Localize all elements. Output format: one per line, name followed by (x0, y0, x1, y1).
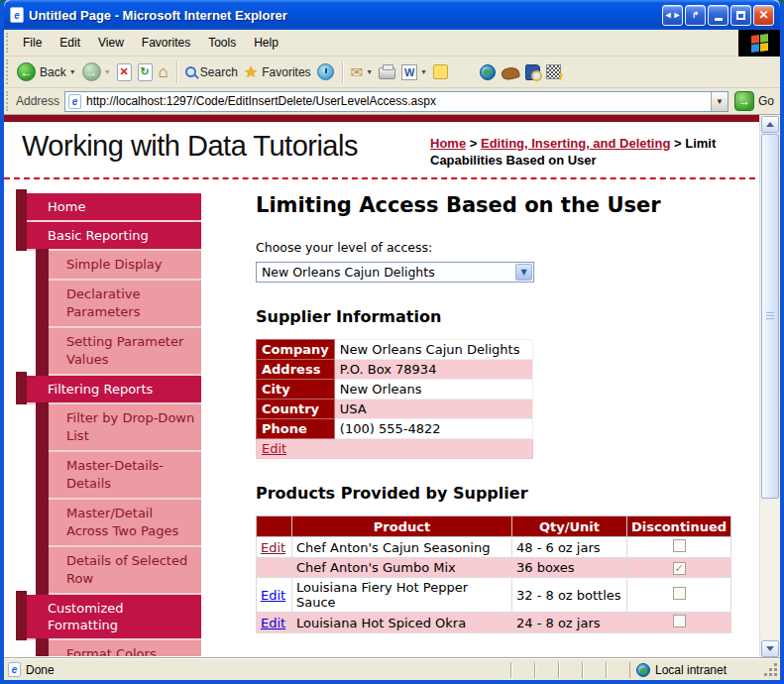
table-row: Edit (257, 439, 533, 459)
sidebar-item-declarative-parameters[interactable]: Declarative Parameters (49, 281, 201, 328)
menu-help[interactable]: Help (245, 32, 287, 54)
discontinued-checkbox[interactable] (673, 539, 686, 552)
research-button[interactable] (525, 64, 540, 80)
search-button[interactable]: Search (185, 65, 238, 79)
favorites-button[interactable]: ★ Favorites (244, 62, 311, 81)
access-level-selected-value: New Orleans Cajun Delights (262, 265, 435, 280)
history-button[interactable] (317, 63, 334, 80)
sidebar-item-format-colors[interactable]: Format Colors (49, 640, 201, 656)
window-title: Untitled Page - Microsoft Internet Explo… (29, 8, 660, 23)
back-icon: ← (17, 62, 36, 81)
supplier-field-label: Phone (257, 419, 335, 439)
close-button[interactable]: ✕ (753, 5, 774, 26)
sidebar-item-setting-parameter-values[interactable]: Setting Parameter Values (49, 328, 201, 376)
supplier-edit-link[interactable]: Edit (262, 441, 286, 456)
back-button[interactable]: ← Back ▼ (17, 62, 76, 81)
table-row: City New Orleans (257, 380, 533, 399)
stop-icon: ✕ (117, 63, 132, 81)
menu-tools[interactable]: Tools (199, 32, 245, 54)
supplier-heading: Supplier Information (256, 307, 735, 326)
grid-lightning-button[interactable] (546, 64, 561, 79)
products-header-qty: Qty/Unit (512, 516, 627, 537)
popout-button[interactable]: ↱ (685, 5, 706, 26)
access-level-select[interactable]: New Orleans Cajun Delights ▼ (256, 262, 534, 283)
go-button[interactable]: → Go (734, 91, 774, 111)
address-input[interactable]: e http://localhost:1297/Code/EditInsertD… (64, 91, 728, 112)
sidebar-item-master-details-details[interactable]: Master-Details-Details (49, 452, 201, 500)
sidebar-item-basic-reporting[interactable]: Basic Reporting (27, 222, 201, 251)
toolbar-grip[interactable] (6, 33, 11, 54)
address-dropdown-button[interactable]: ▼ (711, 92, 728, 111)
menu-edit[interactable]: Edit (51, 32, 89, 54)
product-qty: 48 - 6 oz jars (512, 537, 627, 558)
edit-with-word-button[interactable]: W ▼ (401, 64, 427, 80)
product-edit-link[interactable]: Edit (261, 540, 285, 555)
sidebar-item-simple-display[interactable]: Simple Display (49, 251, 201, 281)
breadcrumb-separator: > (674, 136, 682, 151)
sidebar-item-master-detail-across-two-pages[interactable]: Master/Detail Across Two Pages (49, 500, 201, 547)
minimize-icon (715, 18, 723, 21)
status-pane (582, 662, 606, 678)
search-label: Search (200, 65, 238, 79)
research-book-icon (525, 64, 540, 80)
sidebar-item-filtering-reports[interactable]: Filtering Reports (27, 376, 201, 404)
back-dropdown-caret[interactable]: ▼ (69, 68, 76, 75)
forward-button[interactable]: → ▼ (82, 62, 111, 81)
product-name: Louisiana Hot Spiced Okra (292, 613, 512, 633)
menu-favorites[interactable]: Favorites (133, 32, 199, 54)
scroll-down-button[interactable] (761, 640, 779, 657)
status-pane (606, 662, 629, 678)
maximize-button[interactable] (730, 5, 751, 26)
discontinued-checkbox[interactable] (673, 587, 686, 600)
sidebar-item-details-of-selected-row[interactable]: Details of Selected Row (49, 547, 201, 595)
mail-button[interactable]: ✉ ▼ (351, 63, 374, 81)
products-header-product: Product (292, 516, 512, 537)
toolbar-separator (342, 61, 343, 83)
scroll-up-button[interactable] (761, 116, 779, 133)
note-icon (433, 64, 448, 79)
toolbar-grip[interactable] (6, 59, 11, 84)
page-content: Working with Data Tutorials Home > Editi… (4, 115, 759, 658)
product-qty: 24 - 8 oz jars (512, 613, 627, 633)
minimize-button[interactable] (708, 5, 728, 26)
print-icon (379, 67, 395, 79)
ie-page-icon: e (10, 7, 24, 23)
messenger-note-button[interactable] (433, 64, 448, 79)
nav-arrows-button[interactable]: ◄► (662, 5, 683, 26)
discontinued-checkbox-checked[interactable]: ✓ (673, 562, 686, 575)
addon-bird-button[interactable] (502, 64, 519, 79)
title-bar: e Untitled Page - Microsoft Internet Exp… (4, 0, 780, 30)
supplier-field-label: Company (257, 340, 335, 360)
breadcrumb-home-link[interactable]: Home (430, 136, 466, 151)
edit-dropdown-caret[interactable]: ▼ (420, 68, 427, 75)
back-label: Back (40, 65, 66, 79)
sidebar-item-filter-by-dropdown-list[interactable]: Filter by Drop-Down List (49, 404, 201, 452)
resize-grip[interactable] (763, 662, 779, 678)
table-row: Phone (100) 555-4822 (257, 419, 533, 439)
product-edit-link[interactable]: Edit (261, 616, 285, 630)
product-edit-link[interactable]: Edit (261, 588, 285, 603)
status-pane (558, 662, 582, 678)
toolbar-separator (176, 61, 177, 83)
stop-button[interactable]: ✕ (117, 63, 132, 81)
scrollbar-thumb[interactable] (761, 134, 779, 499)
select-dropdown-button[interactable]: ▼ (515, 264, 532, 281)
sidebar-item-customized-formatting[interactable]: Customized Formatting (27, 595, 201, 640)
menu-view[interactable]: View (89, 32, 133, 54)
print-button[interactable] (379, 64, 395, 79)
word-icon: W (401, 64, 417, 80)
table-header-row: Product Qty/Unit Discontinued (257, 516, 731, 537)
discontinued-checkbox[interactable] (673, 615, 686, 627)
address-url[interactable]: http://localhost:1297/Code/EditInsertDel… (86, 94, 711, 108)
web-globe-button[interactable] (480, 64, 496, 80)
supplier-table: Company New Orleans Cajun Delights Addre… (256, 339, 533, 459)
breadcrumb-section-link[interactable]: Editing, Inserting, and Deleting (481, 136, 670, 151)
home-button[interactable]: ⌂ (159, 62, 168, 82)
toolbar-grip[interactable] (6, 91, 11, 112)
refresh-button[interactable]: ↻ (138, 63, 153, 81)
sidebar-item-home[interactable]: Home (27, 193, 201, 222)
menu-bar: File Edit View Favorites Tools Help (4, 30, 780, 57)
mail-dropdown-caret[interactable]: ▼ (366, 68, 373, 75)
menu-file[interactable]: File (14, 32, 51, 54)
vertical-scrollbar[interactable] (759, 115, 780, 658)
